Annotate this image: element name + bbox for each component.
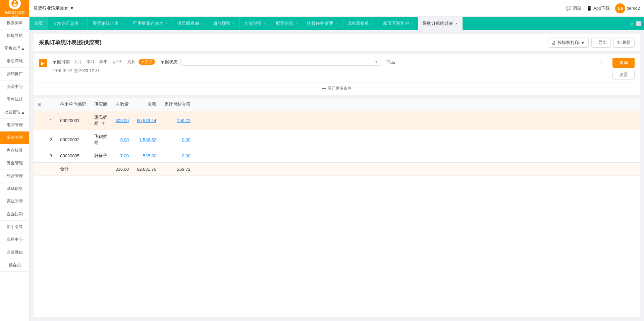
sidebar-item-system[interactable]: 系统管理 <box>0 195 29 208</box>
sidebar-item-ecommerce[interactable]: 电商管理 <box>0 119 29 131</box>
sidebar-item-operation[interactable]: 经营管理 <box>0 170 29 182</box>
tab-stocksummary[interactable]: 收发存汇总表 × <box>48 17 88 30</box>
sidebar-item-marketing[interactable]: 营销推广 <box>0 68 29 81</box>
sidebar-item-search[interactable]: 搜索菜单 <box>0 17 29 30</box>
sidebar-item-retail-mgmt[interactable]: 零售管理 ▲ <box>0 42 29 55</box>
expand-more-button[interactable]: ▾▾ 展开更多条件 <box>322 86 352 91</box>
date-more[interactable]: 更多 <box>126 59 137 65</box>
date-last-month[interactable]: 上月 <box>72 59 83 65</box>
tab-reqorder[interactable]: 要货单统计表 × <box>88 17 128 30</box>
tab-invite-downstream[interactable]: 邀请下游客户 × <box>378 17 418 30</box>
query-button[interactable]: 查询 <box>612 58 635 68</box>
row-paid-2: 0.00 <box>160 149 195 163</box>
close-icon[interactable]: × <box>371 21 373 25</box>
row-amount-link-2[interactable]: 525.80 <box>143 153 156 158</box>
row-quantity-link-0[interactable]: 303.00 <box>115 118 129 123</box>
goods-input[interactable] <box>401 59 598 64</box>
table-row[interactable]: 3 00020005 好孩子 7.00 525.80 0.00 <box>34 149 640 163</box>
th-quantity: 主数量 <box>111 98 133 111</box>
settings-button[interactable]: 设置 <box>612 70 635 80</box>
row-paid-link-1[interactable]: 0.00 <box>182 137 191 142</box>
sidebar-item-enterprise[interactable]: 企业协同 <box>0 208 29 221</box>
table-row[interactable]: 2 00020002 飞鹤奶粉 6.00 1,586.52 0.00 <box>34 130 640 149</box>
row-quantity-link-1[interactable]: 6.00 <box>120 137 129 142</box>
close-icon[interactable]: × <box>411 21 413 25</box>
arrow-icon: ▲ <box>21 110 25 115</box>
app-logo: 畅捷通好生意 标版 <box>0 0 29 17</box>
tab-cost-adjust[interactable]: 成本调整单 × <box>342 17 378 30</box>
sidebar-item-newbie[interactable]: 新手引导 <box>0 221 29 233</box>
sidebar-item-wholesale[interactable]: 批发管理 ▲ <box>0 106 29 119</box>
status-select[interactable]: ▼ <box>180 58 381 66</box>
date-range-display: 2016-01-01 至 2023-12-31 <box>52 68 607 74</box>
app-download-action[interactable]: 📱 App下载 <box>587 5 610 11</box>
date-7days[interactable]: 近7天 <box>111 59 124 65</box>
filter-section: ▶ 单据日期 上月 本月 本年 近7天 更多 自定义 <box>34 54 640 95</box>
date-filter-label: 单据日期 <box>52 59 70 65</box>
table-row[interactable]: 1 00020001 惠氏奶粉 ▼ 303.00 60,519.44 259.7… <box>34 111 640 130</box>
sidebar-item-finance[interactable]: 资金管理 <box>0 157 29 170</box>
footer-empty1 <box>34 162 46 176</box>
collapse-button[interactable]: ▶ <box>39 59 47 67</box>
row-amount-link-1[interactable]: 1,586.52 <box>139 137 156 142</box>
close-icon[interactable]: × <box>295 21 297 25</box>
sidebar-item-quicknav[interactable]: 快捷导航 <box>0 30 29 42</box>
sidebar-item-retail-stats[interactable]: 零售统计 <box>0 93 29 106</box>
message-action[interactable]: 💬 消息 <box>566 5 581 11</box>
message-label: 消息 <box>573 5 581 11</box>
row-amount-link-0[interactable]: 60,519.44 <box>137 118 156 123</box>
tabs-maximize-icon[interactable]: ⬜ <box>636 21 641 26</box>
row-index-0: 1 <box>46 111 56 130</box>
print-dropdown-icon: ▼ <box>581 40 585 45</box>
row-paid-link-0[interactable]: 259.72 <box>177 118 191 123</box>
print-button[interactable]: 🖨 按模板打印 ▼ <box>548 38 589 48</box>
sidebar-item-inventory[interactable]: 库存核算 <box>0 144 29 157</box>
home-label: 首页 <box>34 20 43 26</box>
sidebar-item-member[interactable]: 会员中心 <box>0 81 29 93</box>
sidebar-item-retail-shop[interactable]: 零售商城 <box>0 55 29 68</box>
row-paid-1: 0.00 <box>160 130 195 149</box>
close-icon[interactable]: × <box>121 21 123 25</box>
tab-home[interactable]: 首页 <box>30 17 48 30</box>
close-icon[interactable]: × <box>165 21 167 25</box>
tab-function-desc[interactable]: 功能说明 × <box>239 17 271 30</box>
tab-purchase-stats[interactable]: 采购订单统计表 × <box>418 17 462 30</box>
date-this-month[interactable]: 本月 <box>85 59 96 65</box>
column-setting-icon[interactable]: ⚙ <box>38 102 42 107</box>
refresh-icon: ↻ <box>617 40 621 45</box>
close-icon[interactable]: × <box>264 21 266 25</box>
close-icon[interactable]: × <box>81 21 83 25</box>
refresh-button[interactable]: ↻ 刷新 <box>613 38 635 48</box>
sidebar-item-basic-info[interactable]: 基础信息 <box>0 182 29 195</box>
row-paid-link-2[interactable]: 0.00 <box>182 153 191 158</box>
tab-overstock[interactable]: 超储预警 × <box>208 17 239 30</box>
app-download-label: App下载 <box>593 5 610 11</box>
tabs-close-all-icon[interactable]: × <box>631 21 633 26</box>
goods-more-icon[interactable]: ··· <box>599 60 604 64</box>
close-icon[interactable]: × <box>455 21 457 25</box>
row-amount-1: 1,586.52 <box>133 130 160 149</box>
footer-paid: 259.72 <box>160 162 195 176</box>
date-custom-tag[interactable]: 自定义 <box>139 59 155 65</box>
row-dropdown-icon[interactable]: ▼ <box>101 121 106 126</box>
row-quantity-link-2[interactable]: 7.00 <box>120 153 129 158</box>
export-button[interactable]: ↓ 导出 <box>591 38 611 48</box>
tab-expiry[interactable]: 保质期查询 × <box>172 17 208 30</box>
table-section: ⚙ 往来单位编码 供应商 主数量 金额 累计付款金额 1 00020001 <box>34 98 640 317</box>
close-icon[interactable]: × <box>232 21 234 25</box>
date-this-year[interactable]: 本年 <box>98 59 109 65</box>
tab-config[interactable]: 配置信息 × <box>271 17 302 30</box>
workspace-selector[interactable]: 母婴行业演示账套 ▼ <box>34 5 563 11</box>
close-icon[interactable]: × <box>201 21 203 25</box>
sidebar-item-wechat[interactable]: 企业微信 <box>0 246 29 259</box>
user-profile[interactable]: Ea demo2 <box>615 3 640 13</box>
sidebar-item-purchase[interactable]: 采购管理 <box>0 131 29 144</box>
tab-available-stock[interactable]: 可用量库存账本 × <box>128 17 172 30</box>
goods-filter-label: 商品 <box>386 59 395 65</box>
th-setting: ⚙ <box>34 98 46 111</box>
sidebar-item-member2[interactable]: 畅会员 <box>0 259 29 272</box>
sidebar-item-appcenter[interactable]: 应用中心 <box>0 233 29 246</box>
th-paid: 累计付款金额 <box>160 98 195 111</box>
tab-pick-task[interactable]: 拣货任务管理 × <box>302 17 342 30</box>
close-icon[interactable]: × <box>335 21 337 25</box>
